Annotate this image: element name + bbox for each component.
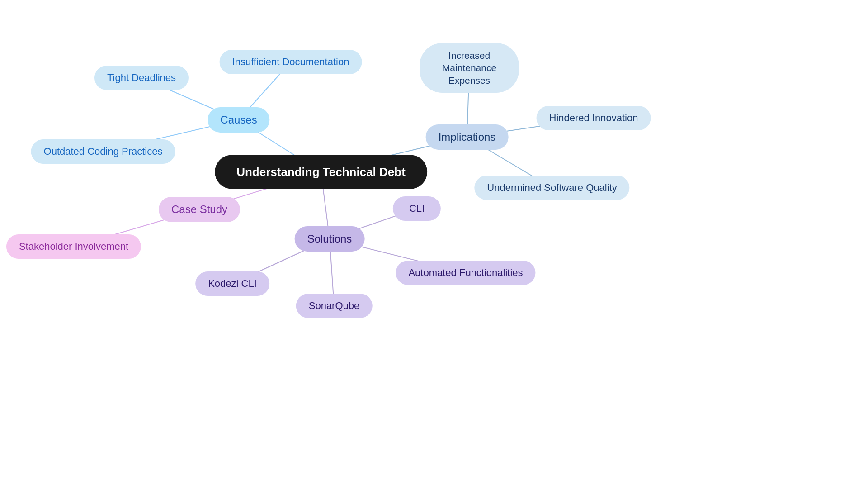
center-node: Understanding Technical Debt xyxy=(215,155,427,189)
case-study-node: Case Study xyxy=(159,197,240,222)
causes-node: Causes xyxy=(208,107,269,133)
automated-functionalities-node: Automated Functionalities xyxy=(396,261,535,285)
undermined-software-quality-node: Undermined Software Quality xyxy=(474,176,629,200)
insufficient-documentation-node: Insufficient Documentation xyxy=(220,50,362,74)
hindered-innovation-node: Hindered Innovation xyxy=(537,106,651,130)
mindmap-container: Understanding Technical Debt Causes Tigh… xyxy=(0,0,868,490)
stakeholder-involvement-node: Stakeholder Involvement xyxy=(6,234,141,259)
tight-deadlines-node: Tight Deadlines xyxy=(94,66,189,90)
implications-node: Implications xyxy=(426,124,509,150)
kodezi-cli-node: Kodezi CLI xyxy=(195,271,269,296)
solutions-node: Solutions xyxy=(295,226,365,252)
sonarqube-node: SonarQube xyxy=(296,294,373,318)
cli-node: CLI xyxy=(393,196,441,221)
outdated-coding-practices-node: Outdated Coding Practices xyxy=(31,139,175,164)
increased-maintenance-node: Increased Maintenance Expenses xyxy=(420,43,519,93)
